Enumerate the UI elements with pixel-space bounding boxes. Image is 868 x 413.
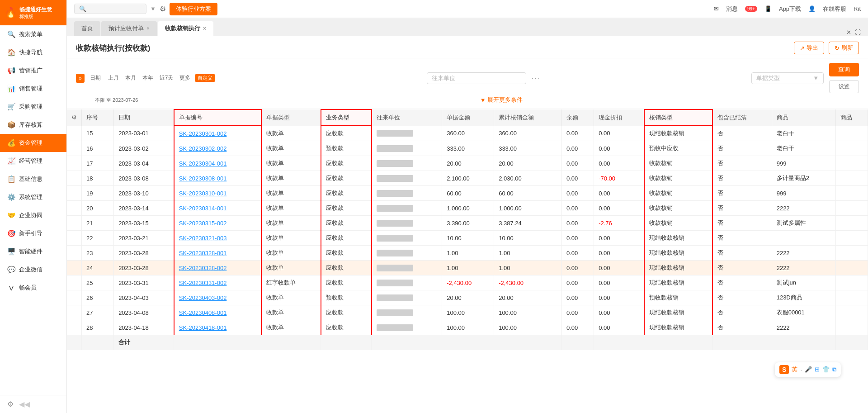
cell-doc_type-0: 收款单 — [261, 126, 321, 141]
filter-toggle-btn[interactable]: » — [76, 74, 85, 83]
doc-link-9[interactable]: SK-20230328-002 — [179, 265, 227, 271]
date-btn-last-month[interactable]: 上月 — [106, 73, 121, 83]
doc-link-0[interactable]: SK-20230301-002 — [179, 130, 227, 137]
shirt-icon[interactable]: 👕 — [822, 366, 830, 373]
tab-maximize-icon[interactable]: ⛶ — [855, 29, 861, 36]
cell-date-1: 2023-03-02 — [114, 141, 174, 156]
sidebar-icon-3: 📊 — [7, 85, 15, 93]
app-label[interactable]: App下载 — [779, 5, 801, 13]
cell-doc_no-13[interactable]: SK-20230418-001 — [174, 320, 261, 335]
date-btn-7days[interactable]: 近7天 — [158, 73, 175, 83]
cell-doc_no-7[interactable]: SK-20230321-003 — [174, 231, 261, 246]
sidebar-item-13[interactable]: 💬企业微信 — [0, 261, 66, 279]
topbar-dropdown-arrow[interactable]: ▼ — [150, 5, 156, 12]
doc-link-11[interactable]: SK-20230403-002 — [179, 294, 227, 301]
app-icon: 📱 — [764, 5, 772, 12]
table-row: 182023-03-08SK-20230308-001收款单应收款███████… — [67, 171, 868, 186]
date-btn-more[interactable]: 更多 — [178, 73, 192, 83]
query-btn[interactable]: 查询 — [829, 63, 859, 76]
topbar-search-box[interactable]: 🔍 — [74, 4, 146, 14]
sidebar-item-9[interactable]: ⚙️系统管理 — [0, 188, 66, 206]
sidebar-item-4[interactable]: 🛒采购管理 — [0, 98, 66, 116]
user-name[interactable]: Rit — [854, 5, 861, 12]
sidebar-item-3[interactable]: 📊销售管理 — [0, 80, 66, 98]
cell-doc_no-2[interactable]: SK-20230304-001 — [174, 156, 261, 171]
date-btn-this-month[interactable]: 本月 — [123, 73, 138, 83]
footer-total_offset — [494, 335, 562, 350]
doc-link-2[interactable]: SK-20230304-001 — [179, 160, 227, 167]
doc-link-1[interactable]: SK-20230302-002 — [179, 145, 227, 152]
search-icon: 🔍 — [79, 5, 86, 12]
message-label[interactable]: 消息 — [726, 5, 738, 13]
cell-date-8: 2023-03-28 — [114, 246, 174, 261]
sidebar-item-5[interactable]: 📦库存核算 — [0, 116, 66, 134]
sidebar-item-7[interactable]: 📈经营管理 — [0, 152, 66, 170]
partner-input[interactable]: 往来单位 — [427, 72, 526, 84]
cell-doc_no-11[interactable]: SK-20230403-002 — [174, 290, 261, 305]
table-container: ⚙序号日期单据编号单据类型业务类型往来单位单据金额累计核销金额余额现金折扣核销类… — [67, 109, 868, 413]
cell-doc_type-5: 收款单 — [261, 201, 321, 216]
cell-doc_no-10[interactable]: SK-20230331-002 — [174, 275, 261, 290]
doc-link-10[interactable]: SK-20230331-002 — [179, 280, 227, 286]
sidebar-item-0[interactable]: 🔍搜索菜单 — [0, 25, 66, 43]
cell-doc_no-12[interactable]: SK-20230408-001 — [174, 305, 261, 320]
service-label[interactable]: 在线客服 — [823, 5, 846, 13]
settings-btn[interactable]: 设置 — [829, 80, 859, 93]
doc-link-5[interactable]: SK-20230314-001 — [179, 205, 227, 212]
doc-link-12[interactable]: SK-20230408-001 — [179, 309, 227, 316]
footer-product — [772, 335, 835, 350]
cell-doc_no-8[interactable]: SK-20230328-001 — [174, 246, 261, 261]
cell-doc_no-0[interactable]: SK-20230301-002 — [174, 126, 261, 141]
sidebar-item-2[interactable]: 📢营销推广 — [0, 62, 66, 80]
tab-close-all-icon[interactable]: ✕ — [846, 29, 851, 36]
cell-doc_no-9[interactable]: SK-20230328-002 — [174, 261, 261, 275]
tab-collection-close[interactable]: × — [203, 25, 206, 32]
doc-link-13[interactable]: SK-20230418-001 — [179, 324, 227, 331]
date-btn-this-year[interactable]: 本年 — [141, 73, 155, 83]
industry-btn[interactable]: 体验行业方案 — [170, 3, 217, 15]
cell-discount-7: 0.00 — [594, 231, 644, 246]
cell-amount-9: 1.00 — [442, 261, 494, 275]
tab-payable-close[interactable]: × — [146, 25, 150, 32]
tab-home[interactable]: 首页 — [74, 21, 100, 36]
refresh-btn[interactable]: ↻ 刷新 — [829, 42, 859, 54]
th-balance: 余额 — [562, 109, 594, 126]
doc-link-6[interactable]: SK-20230315-002 — [179, 220, 227, 227]
mic-icon[interactable]: 🎤 — [805, 366, 812, 373]
doc-link-8[interactable]: SK-20230328-001 — [179, 250, 227, 256]
cell-doc_no-5[interactable]: SK-20230314-001 — [174, 201, 261, 216]
gear-icon[interactable]: ⚙ — [160, 5, 166, 13]
doc-type-select[interactable]: 单据类型 ▼ — [751, 72, 824, 84]
sidebar-item-12[interactable]: 🖥️智能硬件 — [0, 242, 66, 261]
th-gear[interactable]: ⚙ — [67, 109, 82, 126]
copy-icon[interactable]: ⧉ — [832, 366, 836, 373]
cell-doc_no-6[interactable]: SK-20230315-002 — [174, 216, 261, 231]
doc-link-7[interactable]: SK-20230321-003 — [179, 235, 227, 242]
tab-collection[interactable]: 收款核销执行 × — [158, 21, 213, 36]
filter-expand-btn[interactable]: ▼ 展开更多条件 — [480, 96, 523, 104]
export-btn[interactable]: ↗ 导出 — [794, 42, 824, 54]
date-btn-custom[interactable]: 自定义 — [195, 74, 215, 82]
sidebar-item-11[interactable]: 🎯新手引导 — [0, 224, 66, 242]
cell-partner-1: ████████ — [372, 141, 442, 156]
cell-include_settled-13: 否 — [712, 320, 772, 335]
cell-doc_no-4[interactable]: SK-20230310-001 — [174, 186, 261, 201]
row-gear — [67, 275, 82, 290]
cell-offset_type-10: 现结收款核销 — [644, 275, 712, 290]
grid-icon[interactable]: ⊞ — [815, 366, 820, 373]
doc-link-3[interactable]: SK-20230308-001 — [179, 175, 227, 182]
cell-doc_no-3[interactable]: SK-20230308-001 — [174, 171, 261, 186]
doc-link-4[interactable]: SK-20230310-001 — [179, 190, 227, 197]
cell-date-7: 2023-03-21 — [114, 231, 174, 246]
sidebar-item-10[interactable]: 🤝企业协同 — [0, 206, 66, 224]
cell-doc_no-1[interactable]: SK-20230302-002 — [174, 141, 261, 156]
sidebar: 🔥 畅捷通好生意 标推版 🔍搜索菜单🏠快捷导航📢营销推广📊销售管理🛒采购管理📦库… — [0, 0, 67, 413]
sidebar-item-8[interactable]: 📋基础信息 — [0, 170, 66, 188]
collapse-icon[interactable]: ◀◀ — [19, 400, 30, 408]
tab-payable[interactable]: 预计应收付单 × — [101, 21, 157, 36]
sidebar-item-6[interactable]: 💰资金管理 — [0, 134, 66, 152]
sidebar-item-14[interactable]: V畅会员 — [0, 279, 66, 297]
sidebar-item-1[interactable]: 🏠快捷导航 — [0, 43, 66, 62]
settings-icon[interactable]: ⚙ — [7, 400, 14, 408]
cell-biz_type-1: 预收款 — [321, 141, 372, 156]
